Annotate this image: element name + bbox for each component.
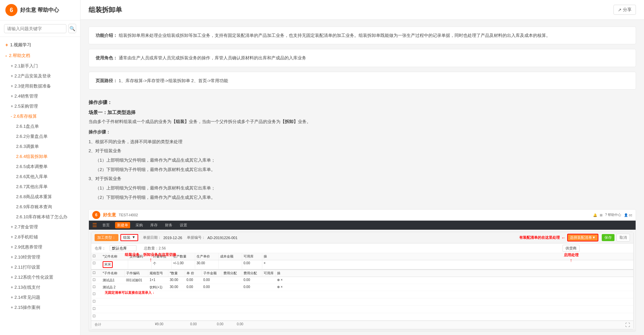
sidebar-item-doc262[interactable]: 2.6.2分量盘点单	[0, 131, 80, 142]
path-text: 1、库存核算->库存管理->组装拆卸单 2、首页->常用功能	[119, 78, 228, 83]
sidebar-item-doc210[interactable]: + 2.10经营管理	[0, 252, 80, 262]
bell-icon: 🔔	[593, 213, 597, 217]
sidebar-item-doc265[interactable]: 2.6.5成本调整单	[0, 162, 80, 172]
expand-icon: +	[11, 225, 13, 229]
sidebar-toggle-icon[interactable]: ☰	[92, 222, 97, 228]
role-box: 使用角色： 通常由生产人员或库管人员完成拆装业务的操作，库管人员确认原材料的出库…	[89, 49, 636, 67]
enable-input[interactable]: 供货商	[562, 245, 580, 252]
sidebar-item-doc25[interactable]: + 2.5采购管理	[0, 101, 80, 111]
app-nav-home[interactable]: 首页	[100, 222, 112, 228]
table-row-empty4: ☐	[91, 313, 633, 321]
col-sub-amount: 子件金额	[202, 270, 222, 277]
app-assembly-btn[interactable]: 选择装配清单▼	[567, 234, 598, 241]
brand-name: 好生意 帮助中心	[20, 7, 59, 14]
app-nav-settings[interactable]: 设置	[178, 222, 189, 228]
sidebar-item-doc22[interactable]: + 2.2产品安装及登录	[0, 71, 80, 81]
app-save-btn[interactable]: 保存	[602, 234, 614, 241]
app-cancel-btn[interactable]: 取消	[616, 234, 630, 241]
sidebar-item-doc27[interactable]: + 2.7资金管理	[0, 222, 80, 232]
steps-title: 操作步骤：	[89, 100, 636, 106]
sidebar-item-doc267[interactable]: 2.6.7其他出库单	[0, 182, 80, 192]
sidebar-item-doc2610[interactable]: 2.6.10库存账本错了怎么办	[0, 212, 80, 222]
sidebar-item-doc268[interactable]: 2.6.8商品成本重算	[0, 192, 80, 202]
sidebar-item-label: 2.1新手入门	[14, 63, 38, 69]
search-box: 🔍	[0, 20, 80, 37]
cell-check[interactable]: ☐	[91, 306, 101, 313]
col-sub-alloc: 费用分配	[222, 270, 242, 277]
sidebar-item-label: 2.3使用前数据准备	[14, 83, 51, 89]
total-val1: ¥9.00	[155, 322, 163, 328]
warehouse-label: 仓库：	[95, 246, 106, 251]
sidebar-item-doc29[interactable]: + 2.9优惠券管理	[0, 242, 80, 252]
cell-name-annotated: 无固定清单可以直接在这里录入 ↓	[101, 291, 125, 298]
cell-ops[interactable]: ×	[262, 260, 272, 269]
expand-icon: +	[5, 42, 8, 48]
sidebar-item-doc23[interactable]: + 2.3使用前数据准备	[0, 81, 80, 91]
sidebar-item-doc266[interactable]: 2.6.6其他入库单	[0, 172, 80, 182]
cell-stock2: 0.00	[242, 284, 262, 291]
share-label: 分享	[623, 7, 632, 13]
app-nav-finance[interactable]: 财务	[163, 222, 174, 228]
main-header: 组装拆卸单 ↗ 分享	[80, 0, 644, 20]
app-brand: 好生意	[103, 212, 116, 218]
search-input[interactable]	[4, 24, 66, 33]
app-nav-bar: ☰ 首页 新建单 采购 库存 财务 设置	[89, 221, 636, 230]
expand-icon: +	[11, 84, 13, 89]
sidebar-item-docs[interactable]: - 2.帮助文档	[0, 50, 80, 61]
col-action: 操	[262, 253, 272, 260]
sidebar-item-label: 2.6.7其他出库单	[16, 184, 48, 190]
sidebar-item-doc263[interactable]: 2.6.3调拨单	[0, 142, 80, 152]
sidebar-item-doc215[interactable]: + 2.15操作案例	[0, 302, 80, 313]
sidebar-item-doc28[interactable]: + 2.8手机旺铺	[0, 232, 80, 242]
cell-check[interactable]: ☐	[91, 284, 101, 291]
cell-check[interactable]: ☐	[91, 260, 101, 269]
sidebar-item-doc21[interactable]: + 2.1新手入门	[0, 61, 80, 71]
cell-check[interactable]: ☐	[91, 298, 101, 305]
step3-2: （2）下部明细为子件明细，最终作为产成品生成其它入库单。	[89, 193, 636, 202]
cell-stock2: 0.00	[242, 277, 262, 284]
cell-name: 测试品1	[101, 277, 125, 284]
app-nav-inventory[interactable]: 库存	[148, 222, 160, 228]
arrow-bottom: ↓	[153, 291, 154, 294]
annotation-top: 有装配清单的在这里处理 ← 选择装配清单▼	[519, 234, 598, 241]
col-sub-qty: *数量	[168, 270, 185, 277]
sidebar-item-doc26[interactable]: - 2.6库存核算	[0, 111, 80, 121]
cell-ops[interactable]: ⊕ ×	[276, 284, 286, 291]
table-row-empty2: ☐	[91, 298, 633, 306]
sidebar-item-doc212[interactable]: + 2.12系统个性化设置	[0, 272, 80, 282]
sidebar-item-doc261[interactable]: 2.6.1盘点单	[0, 121, 80, 131]
sidebar-item-label: 2.6.8商品成本重算	[16, 194, 52, 200]
cell-code: 001试验01	[125, 277, 148, 284]
annotation-switch: 组装业务、拆卸业务在这里切换 ↑	[125, 252, 176, 263]
app-logo: 6	[92, 211, 100, 219]
cell-avail	[262, 277, 276, 284]
expand-icon-table[interactable]: ⛶	[625, 322, 630, 328]
app-btn-new[interactable]: 加工类型：	[95, 234, 118, 241]
cell-check[interactable]: ☐	[91, 277, 101, 284]
sidebar-item-doc211[interactable]: + 2.11打印设置	[0, 262, 80, 272]
search-button[interactable]: 🔍	[68, 24, 76, 33]
sidebar-item-doc214[interactable]: + 2.14常见问题	[0, 292, 80, 302]
intro-label: 功能介绍：	[96, 33, 117, 38]
annotation-text-bottom: 无固定清单可以直接在这里录入	[105, 291, 152, 294]
app-store-id: TEST-H002	[119, 213, 138, 217]
cell-check[interactable]: ☐	[91, 313, 101, 320]
sidebar-item-videos[interactable]: + 1.视频学习	[0, 40, 80, 50]
sidebar-item-doc24[interactable]: + 2.4销售管理	[0, 91, 80, 101]
expand-icon: +	[11, 265, 13, 270]
app-nav-purchase[interactable]: 采购	[133, 222, 145, 228]
app-type-select[interactable]: 组装 ▼	[120, 234, 138, 241]
cell-amount: 0.00	[202, 284, 222, 291]
share-button[interactable]: ↗ 分享	[613, 5, 636, 15]
sidebar-item-doc269[interactable]: 2.6.9库存账本查询	[0, 202, 80, 212]
warehouse-input[interactable]	[110, 245, 137, 251]
sidebar-item-doc264[interactable]: 2.6.4组装拆卸单	[0, 152, 80, 162]
expand-icon: +	[11, 245, 13, 249]
app-nav-new[interactable]: 新建单	[115, 222, 130, 228]
user-icon: 👤 cc	[624, 213, 632, 217]
cell-ops[interactable]: ⊕ ×	[276, 277, 286, 284]
sidebar-item-label: 2.2产品安装及登录	[14, 73, 51, 79]
cell-check[interactable]: ☐	[91, 291, 101, 298]
sidebar-item-doc213[interactable]: + 2.13在线支付	[0, 282, 80, 292]
scene1-desc: 当由多个子件材料组装成一个成品的业务为【组装】业务，当由一个父件拆分成多个子产品…	[89, 118, 636, 126]
